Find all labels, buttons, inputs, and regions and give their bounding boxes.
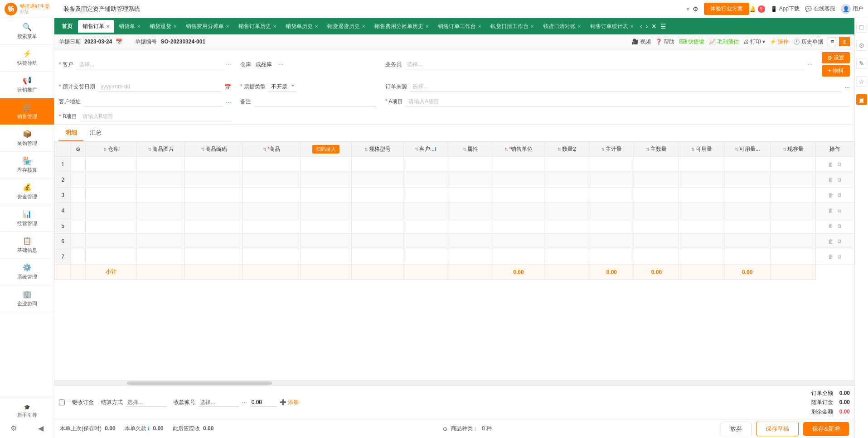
col-available[interactable]: ⇅可用量	[679, 142, 724, 157]
notes-input[interactable]	[254, 97, 376, 106]
one-click-deposit-checkbox[interactable]	[59, 399, 65, 405]
row-delete-icon[interactable]: 🗑	[828, 161, 834, 168]
user-avatar[interactable]: 👤 用户	[841, 4, 863, 14]
tab-next-button[interactable]: ›	[644, 22, 650, 31]
sidebar-collapse-icon[interactable]: ◀	[38, 424, 44, 433]
col-main-qty[interactable]: ⇅主数量	[634, 142, 679, 157]
order-source-input[interactable]	[410, 82, 842, 91]
tab-sales-refund[interactable]: 销货退货 ✕	[145, 20, 181, 33]
account-dots[interactable]: ···	[242, 399, 247, 406]
warehouse-dots-button[interactable]: ···	[278, 61, 284, 68]
notification-button[interactable]: 🔔 9	[749, 5, 765, 13]
info-icon2[interactable]: ℹ	[148, 426, 150, 431]
row-copy-icon[interactable]: ⧉	[838, 207, 842, 214]
scrollbar-thumb[interactable]	[127, 381, 272, 385]
sidebar-item-quick[interactable]: ⚡ 快捷导航	[0, 45, 54, 72]
app-download-button[interactable]: 📱 App下载	[771, 5, 800, 13]
delivery-date-input[interactable]	[98, 82, 222, 91]
row-delete-icon[interactable]: 🗑	[828, 254, 834, 260]
right-icon-4[interactable]: ☆	[856, 76, 867, 87]
order-source-dots[interactable]: ···	[844, 83, 850, 91]
info-icon[interactable]: ℹ	[435, 146, 436, 152]
tab-sales-stats[interactable]: 销售订单统计表 ✕	[586, 20, 638, 33]
sidebar-settings-icon[interactable]: ⚙	[10, 424, 17, 433]
customer-input[interactable]	[76, 60, 223, 69]
tab-detail[interactable]: 明细	[59, 125, 83, 141]
tab-close-icon[interactable]: ✕	[362, 24, 365, 29]
col-image[interactable]: ⇅商品图片	[137, 142, 185, 157]
tab-sales-history[interactable]: 销售订单历史 ✕	[234, 20, 281, 33]
row-delete-icon[interactable]: 🗑	[828, 207, 834, 214]
tab-close-icon[interactable]: ✕	[137, 24, 141, 29]
tab-home[interactable]: 首页	[56, 20, 78, 33]
tab-close-all-button[interactable]: ✕	[650, 22, 659, 31]
col-unit[interactable]: ⇅*销售单位	[493, 142, 544, 157]
shortcut-button[interactable]: ⌨ 快捷键	[679, 38, 704, 46]
right-icon-2[interactable]: ⊙	[856, 40, 867, 51]
col-warehouse[interactable]: ⇅仓库	[86, 142, 137, 157]
calendar-icon[interactable]: 📅	[116, 39, 122, 45]
tab-workbench[interactable]: 销售订单工作台 ✕	[433, 20, 486, 33]
row-copy-icon[interactable]: ⧉	[838, 161, 842, 168]
print-button[interactable]: 🖨 打印 ▾	[743, 38, 765, 46]
row-copy-icon[interactable]: ⧉	[838, 238, 842, 245]
amount-input[interactable]	[250, 398, 277, 407]
row-delete-icon[interactable]: 🗑	[828, 223, 834, 229]
sidebar-item-enterprise[interactable]: 🏢 企业协同	[0, 285, 54, 312]
row-copy-icon[interactable]: ⧉	[838, 254, 842, 260]
save-draft-button[interactable]: 保存草稿	[756, 422, 799, 436]
settlement-input[interactable]	[126, 398, 166, 407]
row-delete-icon[interactable]: 🗑	[828, 192, 834, 198]
tab-close-icon[interactable]: ✕	[478, 24, 481, 29]
settings-button[interactable]: ⚙ 设置	[822, 52, 850, 63]
invoice-type-select[interactable]: 不开票	[268, 82, 296, 91]
view-grid-button[interactable]: ⊞	[839, 37, 850, 46]
operations-button[interactable]: ⚡ 操作	[770, 38, 789, 46]
tab-prev-button[interactable]: ‹	[638, 22, 644, 31]
view-button[interactable]: 🎥 视频	[632, 38, 651, 46]
project-b-input[interactable]	[80, 112, 231, 121]
tab-close-icon[interactable]: ✕	[173, 24, 177, 29]
row-delete-icon[interactable]: 🗑	[828, 177, 834, 183]
right-icon-5[interactable]: ▣	[856, 94, 867, 105]
tab-sales-expense[interactable]: 销售费用分摊单 ✕	[181, 20, 234, 33]
account-input[interactable]	[198, 398, 239, 407]
right-icon-3[interactable]: ✎	[856, 58, 867, 69]
sidebar-item-newuser[interactable]: 🎓 新手引导	[0, 401, 54, 422]
tab-return-hist[interactable]: 销货单历史 ✕	[281, 20, 323, 33]
right-icon-1[interactable]: □	[856, 22, 867, 33]
add-material-button[interactable]: + 物料	[822, 65, 850, 77]
sidebar-item-basic[interactable]: 📋 基础信息	[0, 232, 54, 259]
row-copy-icon[interactable]: ⧉	[838, 177, 842, 183]
tab-close-icon[interactable]: ✕	[273, 24, 276, 29]
col-stock[interactable]: ⇅现存量	[771, 142, 815, 157]
horizontal-scrollbar[interactable]	[54, 380, 854, 385]
sidebar-item-finance[interactable]: 💰 资金管理	[0, 178, 54, 205]
tab-cash-workbench[interactable]: 钱货日清工作台 ✕	[486, 20, 538, 33]
row-delete-icon[interactable]: 🗑	[828, 238, 834, 245]
profit-button[interactable]: 📈 毛利预估	[709, 38, 739, 46]
address-dots[interactable]: ···	[226, 98, 231, 106]
help-button[interactable]: ❓ 帮助	[655, 38, 674, 46]
tab-cash-reconcile[interactable]: 钱货日清对账 ✕	[538, 20, 586, 33]
staff-dots-button[interactable]: ···	[807, 61, 813, 68]
add-account-button[interactable]: ➕ 添加	[280, 399, 299, 406]
data-table-wrap[interactable]: ⚙ ⇅仓库 ⇅商品图片 ⇅商品编码 ⇅*商品 扫码录入 ⇅规格型号 ⇅客户...…	[54, 142, 854, 380]
industry-solution-button[interactable]: 体验行业方案	[704, 3, 749, 15]
tab-close-icon[interactable]: ✕	[226, 24, 229, 29]
col-product[interactable]: ⇅*商品	[242, 142, 300, 157]
tab-refund-hist[interactable]: 销货退货历史 ✕	[323, 20, 370, 33]
tab-close-icon[interactable]: ✕	[630, 24, 634, 29]
online-service-button[interactable]: 💬 在线客服	[805, 5, 835, 13]
discard-button[interactable]: 放弃	[721, 422, 752, 436]
col-scan[interactable]: 扫码录入	[301, 142, 352, 157]
row-copy-icon[interactable]: ⧉	[838, 223, 842, 229]
tab-menu-button[interactable]: ☰	[659, 22, 668, 31]
sidebar-item-search[interactable]: 🔍 搜索菜单	[0, 18, 54, 45]
col-attribute[interactable]: ⇅属性	[448, 142, 493, 157]
tab-summary[interactable]: 汇总	[83, 125, 108, 141]
view-list-button[interactable]: ≡	[828, 37, 837, 46]
col-code[interactable]: ⇅商品编码	[185, 142, 242, 157]
save-button[interactable]: 保存&新增	[803, 422, 849, 436]
sidebar-item-inventory[interactable]: 🏪 库存核算	[0, 152, 54, 178]
